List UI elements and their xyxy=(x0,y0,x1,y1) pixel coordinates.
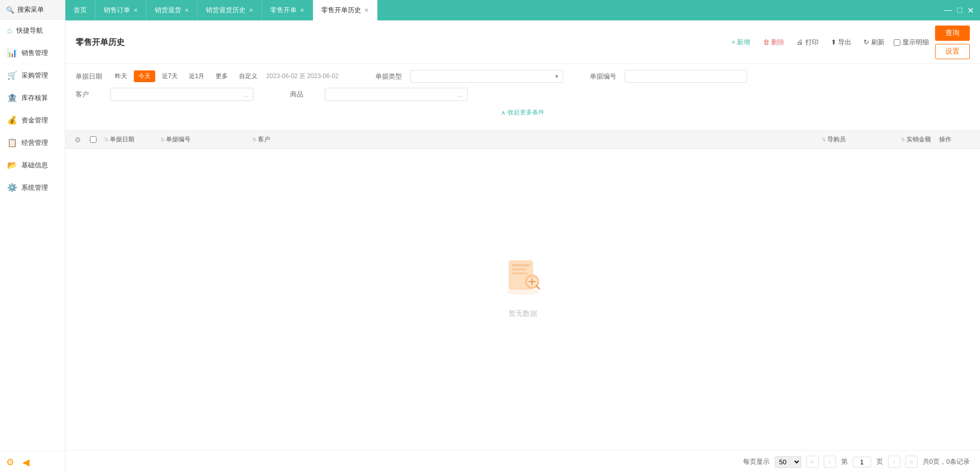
date-btn-yesterday[interactable]: 昨天 xyxy=(110,70,132,82)
col-num[interactable]: ⇅ 单据编号 xyxy=(156,135,248,144)
display-col-checkbox[interactable]: 显示明细 xyxy=(894,38,929,47)
tab-sales-return-hist[interactable]: 销货退货历史 ✕ xyxy=(198,0,262,20)
tab-sales-return[interactable]: 销货退货 ✕ xyxy=(147,0,198,20)
sidebar-item-inventory[interactable]: 🏦 库存核算 xyxy=(0,87,65,109)
date-filter-btns: 昨天 今天 近7天 近1月 更多 自定义 2023-06-02 至 2023-0… xyxy=(110,70,339,82)
tab-sales-order-close[interactable]: ✕ xyxy=(133,7,138,14)
toolbar: + 新增 🗑 删除 🖨 打印 ⬆ 导出 ↻ 刷新 显示明细 查询 设置 xyxy=(728,26,970,59)
sort-icon-amount: ⇅ xyxy=(901,137,905,142)
num-filter-input[interactable] xyxy=(625,70,747,83)
page-suffix-label: 页 xyxy=(876,457,883,466)
sidebar-search[interactable]: 🔍 搜索采单 xyxy=(0,0,65,20)
date-btn-7days[interactable]: 近7天 xyxy=(157,70,182,82)
select-all-input[interactable] xyxy=(90,136,97,143)
bank-icon: 🏦 xyxy=(7,93,17,103)
sidebar-item-basic-info[interactable]: 📂 基础信息 xyxy=(0,154,65,177)
chart-icon: 📊 xyxy=(7,48,17,58)
date-btn-today[interactable]: 今天 xyxy=(134,70,155,82)
sidebar-item-label: 基础信息 xyxy=(21,161,48,170)
sidebar-item-ops-mgmt[interactable]: 📋 经营管理 xyxy=(0,132,65,154)
empty-text: 暂无数据 xyxy=(509,309,537,318)
tab-sales-order[interactable]: 销售订单 ✕ xyxy=(95,0,147,20)
export-button[interactable]: ⬆ 导出 xyxy=(828,36,855,49)
product-ellipsis-icon: ... xyxy=(457,90,463,98)
query-buttons: 查询 设置 xyxy=(935,26,970,59)
col-num-label: 单据编号 xyxy=(166,135,190,144)
customer-filter-label: 客户 xyxy=(76,90,104,99)
window-maximize[interactable]: □ xyxy=(957,6,962,15)
col-amount[interactable]: ⇅ 实销金额 xyxy=(874,135,935,144)
prev-page-btn[interactable]: ‹ xyxy=(824,456,836,468)
svg-rect-4 xyxy=(512,272,528,275)
print-button[interactable]: 🖨 打印 xyxy=(794,36,822,49)
sidebar-item-label: 库存核算 xyxy=(21,93,48,103)
last-page-btn[interactable]: » xyxy=(905,456,918,468)
delete-button[interactable]: 🗑 删除 xyxy=(760,36,788,49)
tab-home-label: 首页 xyxy=(74,6,87,15)
svg-rect-2 xyxy=(512,264,530,266)
tab-retail-open-hist-close[interactable]: ✕ xyxy=(364,7,369,14)
collapse-up-icon: ∧ xyxy=(501,109,506,116)
sidebar-item-purchase-mgmt[interactable]: 🛒 采购管理 xyxy=(0,64,65,87)
tab-sales-return-label: 销货退货 xyxy=(155,6,181,15)
tab-sales-order-label: 销售订单 xyxy=(104,6,130,15)
sidebar-item-sales-mgmt[interactable]: 📊 销售管理 xyxy=(0,42,65,64)
sidebar-item-quick-nav[interactable]: ⌂ 快捷导航 xyxy=(0,20,65,42)
sidebar-settings-btn[interactable]: ⚙ xyxy=(6,457,14,468)
date-btn-custom[interactable]: 自定义 xyxy=(234,70,262,82)
collapse-btn[interactable]: ∧ 收起更多条件 xyxy=(495,106,551,119)
tabbar-actions: — □ ✕ xyxy=(944,0,980,20)
sort-icon-guide: ⇅ xyxy=(822,137,826,142)
content-area: 零售开单历史 + 新增 🗑 删除 🖨 打印 ⬆ 导出 ↻ 刷新 显示明细 查询 … xyxy=(65,20,980,473)
svg-rect-3 xyxy=(512,268,526,270)
col-date-label: 单据日期 xyxy=(110,135,134,144)
table-header: ⚙ ⇅ 单据日期 ⇅ 单据编号 ⇅ 客户 ⇅ 导购员 xyxy=(65,131,980,149)
refresh-button[interactable]: ↻ 刷新 xyxy=(861,36,888,49)
settings-button[interactable]: 设置 xyxy=(935,44,970,59)
col-date[interactable]: ⇅ 单据日期 xyxy=(100,135,156,144)
sidebar-item-finance[interactable]: 💰 资金管理 xyxy=(0,109,65,132)
col-action: 操作 xyxy=(935,135,976,144)
date-btn-more[interactable]: 更多 xyxy=(211,70,232,82)
sort-icon: ⇅ xyxy=(104,137,108,142)
query-button[interactable]: 查询 xyxy=(935,26,970,41)
chevron-down-icon: ▾ xyxy=(555,72,559,80)
column-settings-btn[interactable]: ⚙ xyxy=(69,136,86,144)
sidebar-item-label: 经营管理 xyxy=(21,138,48,147)
first-page-btn[interactable]: « xyxy=(806,456,819,468)
date-filter-label: 单据日期 xyxy=(76,72,104,81)
display-col-input[interactable] xyxy=(894,39,900,46)
date-btn-1month[interactable]: 近1月 xyxy=(184,70,209,82)
type-filter-select[interactable]: ▾ xyxy=(410,70,563,83)
tabbar: 首页 销售订单 ✕ 销货退货 ✕ 销货退货历史 ✕ 零售开单 ✕ 零售开单历史 … xyxy=(65,0,980,20)
sidebar-collapse-btn[interactable]: ◀ xyxy=(22,457,30,468)
tab-home[interactable]: 首页 xyxy=(65,0,95,20)
window-minimize[interactable]: — xyxy=(944,6,952,15)
total-label: 共0页，0条记录 xyxy=(923,457,970,466)
date-range-display: 2023-06-02 至 2023-06-02 xyxy=(266,72,338,81)
add-button[interactable]: + 新增 xyxy=(728,36,753,49)
pagination: 每页显示 10 20 50 100 « ‹ 第 页 › » 共0页，0条记录 xyxy=(65,450,980,473)
customer-filter-input[interactable]: ... xyxy=(110,88,253,101)
product-filter-input[interactable]: ... xyxy=(325,88,468,101)
sidebar-item-label: 系统管理 xyxy=(21,183,48,192)
col-customer[interactable]: ⇅ 客户 xyxy=(248,135,818,144)
col-guide[interactable]: ⇅ 导购员 xyxy=(818,135,874,144)
ops-icon: 📋 xyxy=(7,138,17,147)
collapse-row: ∧ 收起更多条件 xyxy=(76,106,970,119)
col-customer-label: 客户 xyxy=(258,135,270,144)
page-number-input[interactable] xyxy=(853,457,871,467)
tab-sales-return-close[interactable]: ✕ xyxy=(184,7,189,14)
next-page-btn[interactable]: › xyxy=(888,456,900,468)
tab-sales-return-hist-close[interactable]: ✕ xyxy=(249,7,253,14)
type-filter-label: 单据类型 xyxy=(375,72,404,81)
tab-retail-open-hist[interactable]: 零售开单历史 ✕ xyxy=(313,0,377,20)
filter-row-1: 单据日期 昨天 今天 近7天 近1月 更多 自定义 2023-06-02 至 2… xyxy=(76,70,970,83)
window-close[interactable]: ✕ xyxy=(967,6,974,15)
tab-retail-open-close[interactable]: ✕ xyxy=(300,7,304,14)
select-all-checkbox[interactable] xyxy=(86,136,100,143)
col-guide-label: 导购员 xyxy=(827,135,846,144)
tab-retail-open[interactable]: 零售开单 ✕ xyxy=(262,0,313,20)
sidebar-item-sys-mgmt[interactable]: ⚙️ 系统管理 xyxy=(0,177,65,199)
per-page-select[interactable]: 10 20 50 100 xyxy=(775,456,801,468)
